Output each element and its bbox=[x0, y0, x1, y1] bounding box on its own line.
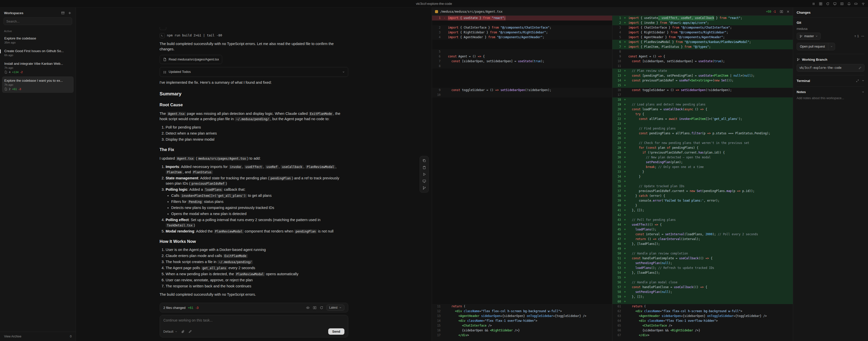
edit-icon[interactable] bbox=[188, 330, 192, 333]
diff-line-added: 42+ bbox=[612, 213, 793, 218]
diff-line-added: 32+ break; // Only open one at a time bbox=[612, 165, 793, 169]
workspace-item[interactable]: Explore the codebase35m ago bbox=[2, 34, 74, 46]
branch-icon[interactable] bbox=[422, 186, 426, 190]
diff-line-filler bbox=[432, 174, 612, 179]
file-read-chip[interactable]: Read medusa/src/pages/Agent.tsx bbox=[160, 55, 222, 64]
diff-line-added: 59+ }, []); bbox=[612, 294, 793, 299]
send-button[interactable]: Send bbox=[328, 328, 344, 335]
diff-line-added: 48+ }, [loadPlans]); bbox=[612, 242, 793, 246]
diff-line-context: 9 const Agent = () => { bbox=[612, 54, 793, 59]
model-dropdown[interactable]: Default bbox=[163, 330, 178, 333]
diff-line-context: 8 bbox=[432, 64, 612, 68]
clipped-previous-block bbox=[160, 27, 166, 30]
diff-line-context: 13 <AgentHeader sidebarOpen={sidebarOpen… bbox=[432, 314, 612, 318]
diff-line-context: 10 const [sidebarOpen, setSidebarOpen] =… bbox=[612, 59, 793, 64]
files-changed-bar[interactable]: 2 files changed +61 -3 Latest bbox=[160, 303, 348, 312]
diff-line-added: 13+ const [pendingPlan, setPendingPlan] … bbox=[612, 73, 793, 78]
diff-panel: /medusa/medusa/src/pages/Agent.tsx +59 -… bbox=[432, 8, 793, 341]
refresh-icon[interactable] bbox=[826, 2, 830, 6]
pause-icon[interactable] bbox=[812, 2, 815, 6]
clipboard-icon[interactable] bbox=[422, 166, 426, 169]
terminal-command-row[interactable]: npm run build 2>&1 | tail -80 bbox=[160, 33, 348, 38]
chevron-down-icon[interactable] bbox=[862, 79, 864, 83]
open-pull-request-button[interactable]: Open pull request bbox=[797, 43, 835, 50]
terminal-section-label: Terminal bbox=[797, 79, 810, 83]
monitor-icon[interactable] bbox=[833, 2, 837, 6]
chat-scroll-area[interactable]: npm run build 2>&1 | tail -80The build c… bbox=[76, 8, 432, 300]
diff-line-filler bbox=[432, 218, 612, 222]
diff-line-added: 41+ }, []); bbox=[612, 208, 793, 213]
diff-line-filler bbox=[432, 193, 612, 198]
diff-line-filler bbox=[432, 299, 612, 304]
diff-line-filler bbox=[432, 203, 612, 208]
diff-line-filler bbox=[432, 271, 612, 275]
diff-body[interactable]: 1-import { useState } from "react"; 2 im… bbox=[432, 16, 793, 341]
message-input[interactable] bbox=[163, 318, 344, 325]
chevron-down-icon[interactable] bbox=[862, 91, 864, 93]
grid-icon[interactable] bbox=[819, 2, 823, 6]
close-icon[interactable] bbox=[786, 10, 790, 13]
split-view-icon[interactable] bbox=[780, 10, 783, 13]
run-icon[interactable] bbox=[422, 173, 426, 176]
split-view-icon[interactable] bbox=[313, 306, 317, 310]
wifi-icon[interactable] bbox=[861, 2, 865, 6]
diff-line-filler bbox=[432, 40, 612, 44]
diff-line-added: 39+ console.error('Failed to load plans:… bbox=[612, 198, 793, 203]
diff-line-context: 9 const toggleSidebar = () => setSidebar… bbox=[432, 88, 612, 93]
copy-icon[interactable] bbox=[422, 159, 426, 163]
diff-line-context: 16 const toggleSidebar = () => setSideba… bbox=[612, 88, 793, 93]
diff-line-filler bbox=[432, 136, 612, 141]
diff-line-context: 61 return ( bbox=[612, 304, 793, 309]
diff-line-context: 4 import { RightSidebar } from "@/compon… bbox=[612, 30, 793, 35]
attach-icon[interactable] bbox=[181, 330, 185, 333]
list-item: The Agent page polls get_all_plans every… bbox=[166, 266, 348, 271]
diff-line-filler bbox=[432, 126, 612, 131]
edit-icon[interactable] bbox=[858, 66, 862, 69]
workspace-item[interactable]: Explore the codebase I want you to ex...… bbox=[2, 76, 74, 93]
expand-icon[interactable] bbox=[856, 79, 859, 83]
working-branch-input[interactable] bbox=[799, 66, 856, 69]
todos-expander[interactable]: Updated Todos bbox=[160, 67, 348, 77]
more-options-icon[interactable] bbox=[861, 34, 864, 38]
diff-line-added: 2+import { invoke } from "@tauri-apps/ap… bbox=[612, 21, 793, 25]
todos-expander-label: Updated Todos bbox=[169, 69, 191, 74]
version-dropdown[interactable]: Latest bbox=[327, 305, 344, 311]
diff-line-filler bbox=[432, 251, 612, 256]
diff-line-context: 8 bbox=[612, 49, 793, 54]
diff-line-filler bbox=[432, 141, 612, 146]
numbered-list: User is on the Agent page with a Docker-… bbox=[160, 247, 348, 289]
new-workspace-icon[interactable] bbox=[68, 11, 72, 15]
list-item: Polling effect: Set up a polling interva… bbox=[166, 217, 348, 228]
workspace-timestamp: 35m ago bbox=[4, 41, 71, 44]
workspace-item[interactable]: Create Good First Issues on Github So...… bbox=[2, 47, 74, 59]
workspace-item[interactable]: Install and integrate Vibe Kanban Web...… bbox=[2, 59, 74, 76]
diff-line-added: 19+ // Load plans and detect new pending… bbox=[612, 102, 793, 107]
branch-selector[interactable]: master bbox=[797, 33, 821, 40]
bell-icon[interactable] bbox=[847, 2, 851, 6]
diff-line-added: 54+ }, [loadPlans]); bbox=[612, 271, 793, 275]
git-section-title: Git bbox=[797, 21, 864, 25]
list-item: Claude enters plan mode and calls ExitPl… bbox=[166, 253, 348, 258]
workspace-diff-badge: 2+61-3 bbox=[4, 88, 71, 91]
diff-line-added: 6+import { PlanReviewModal } from "@/com… bbox=[612, 40, 793, 44]
eye-icon[interactable] bbox=[306, 306, 310, 310]
diff-line-added: 22+ const allPlans = await invoke<PlanIt… bbox=[612, 117, 793, 121]
diff-line-added: 43+ // Poll for pending plans bbox=[612, 218, 793, 222]
repo-name: medusa bbox=[797, 27, 864, 31]
pr-dropdown-icon[interactable] bbox=[828, 43, 835, 50]
workspace-title: Explore the codebase bbox=[4, 36, 71, 40]
chevron-down-icon bbox=[342, 70, 345, 73]
diff-line-filler bbox=[432, 97, 612, 102]
workspace-timestamp: 7h ago bbox=[4, 83, 71, 86]
refresh-icon[interactable] bbox=[320, 306, 323, 310]
diff-line-added: 24+ // Find pending plans bbox=[612, 126, 793, 131]
diff-line-filler bbox=[432, 285, 612, 290]
preview-icon[interactable] bbox=[422, 179, 426, 183]
split-view-icon[interactable] bbox=[840, 2, 844, 6]
view-archive-link[interactable]: View Archive bbox=[4, 335, 21, 338]
notes-placeholder[interactable]: Add notes about this workspace... bbox=[797, 96, 864, 100]
archive-icon[interactable] bbox=[61, 11, 65, 15]
diff-line-added: 36+ // Update tracked plan IDs bbox=[612, 184, 793, 189]
search-input[interactable] bbox=[4, 18, 72, 25]
battery-icon[interactable] bbox=[854, 2, 858, 6]
